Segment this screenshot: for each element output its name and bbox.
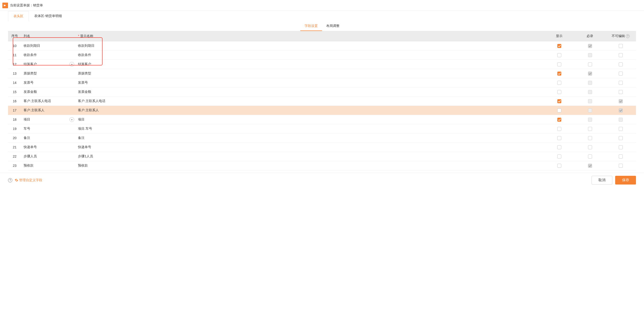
cell-display[interactable]: 备注 — [76, 134, 544, 143]
cell-name: 发票号 — [21, 78, 76, 88]
cell-name-text: 票据类型 — [24, 71, 73, 76]
cell-show — [544, 115, 574, 124]
checkbox-readonly[interactable] — [619, 154, 623, 158]
cell-display[interactable]: 预收款 — [76, 161, 544, 170]
cell-readonly — [605, 115, 636, 124]
checkbox-required — [588, 164, 592, 168]
cell-display[interactable]: 项目 — [76, 115, 544, 124]
checkbox-show[interactable] — [557, 145, 561, 149]
checkbox-show[interactable] — [557, 99, 561, 103]
cell-required — [574, 152, 605, 161]
col-header-seq: 序号 — [8, 31, 21, 41]
checkbox-readonly[interactable] — [619, 81, 623, 85]
checkbox-required[interactable] — [588, 136, 592, 140]
checkbox-readonly[interactable] — [619, 164, 623, 168]
header-bar: 当前设置单据：销货单 — [0, 0, 644, 11]
cell-display[interactable]: 发票号 — [76, 78, 544, 88]
checkbox-show[interactable] — [557, 136, 561, 140]
header-label: 当前设置单据：销货单 — [10, 3, 43, 8]
checkbox-readonly[interactable] — [619, 44, 623, 48]
help-icon[interactable]: ? — [626, 34, 630, 38]
cell-show — [544, 78, 574, 88]
checkbox-readonly[interactable] — [619, 145, 623, 149]
cell-display[interactable]: 结算客户 — [76, 60, 544, 69]
cell-show — [544, 143, 574, 152]
checkbox-show[interactable] — [557, 108, 561, 112]
col-header-name: 列名 — [21, 31, 76, 41]
checkbox-show[interactable] — [557, 53, 561, 57]
table-row: 17客户.主联系人客户.主联系人 — [8, 106, 636, 115]
cell-readonly — [605, 143, 636, 152]
checkbox-required — [588, 72, 592, 76]
cell-name: 票据类型 — [21, 69, 76, 78]
sub-tab-0[interactable]: 字段设置 — [300, 21, 322, 31]
cell-display[interactable]: 票据类型 — [76, 69, 544, 78]
sub-tab-1[interactable]: 布局调整 — [322, 21, 344, 31]
table-row: 13票据类型票据类型 — [8, 69, 636, 78]
sub-tabs: 字段设置布局调整 — [8, 21, 636, 31]
add-subfield-button[interactable]: + — [70, 62, 74, 66]
table-row: 23预收款预收款 — [8, 161, 636, 170]
cell-required — [574, 143, 605, 152]
table-row: 12结算客户+结算客户 — [8, 60, 636, 69]
save-button[interactable]: 保存 — [615, 176, 636, 184]
checkbox-readonly — [619, 118, 623, 122]
checkbox-show[interactable] — [557, 164, 561, 168]
checkbox-show[interactable] — [557, 44, 561, 48]
checkbox-readonly[interactable] — [619, 90, 623, 94]
checkbox-required[interactable] — [588, 62, 592, 66]
checkbox-required — [588, 44, 592, 48]
cell-readonly — [605, 78, 636, 88]
cell-seq: 18 — [8, 115, 21, 124]
cell-display[interactable]: 客户.主联系人 — [76, 106, 544, 115]
add-subfield-button[interactable]: + — [70, 117, 74, 122]
expand-icon[interactable] — [2, 2, 8, 8]
cell-readonly — [605, 41, 636, 50]
checkbox-show[interactable] — [557, 62, 561, 66]
cell-required — [574, 60, 605, 69]
tab-top-1[interactable]: 表体区-销货单明细 — [29, 11, 67, 21]
cell-display[interactable]: 快递单号 — [76, 143, 544, 152]
checkbox-show[interactable] — [557, 81, 561, 85]
col-header-readonly: 不可编辑? — [605, 31, 636, 41]
table-row: 16客户.主联系人电话客户.主联系人电话 — [8, 97, 636, 106]
tab-top-0[interactable]: 表头区 — [8, 11, 29, 21]
cell-show — [544, 134, 574, 143]
col-header-display-text: 显示名称 — [80, 34, 93, 38]
cell-display[interactable]: 发票金额 — [76, 88, 544, 97]
cancel-button[interactable]: 取消 — [592, 176, 612, 184]
col-header-show: 显示 — [544, 31, 574, 41]
checkbox-show[interactable] — [557, 90, 561, 94]
cell-name-text: 备注 — [24, 136, 73, 140]
cell-seq: 19 — [8, 124, 21, 134]
checkbox-readonly[interactable] — [619, 53, 623, 57]
cell-display[interactable]: 收款条件 — [76, 50, 544, 60]
checkbox-show[interactable] — [557, 118, 561, 122]
cell-name: 客户.主联系人电话 — [21, 97, 76, 106]
checkbox-required — [588, 99, 592, 103]
checkbox-readonly[interactable] — [619, 72, 623, 76]
cell-seq: 13 — [8, 69, 21, 78]
checkbox-show[interactable] — [557, 72, 561, 76]
checkbox-required[interactable] — [588, 145, 592, 149]
cell-display[interactable]: 步骤1人员 — [76, 152, 544, 161]
cell-display[interactable]: 客户.主联系人电话 — [76, 97, 544, 106]
checkbox-show[interactable] — [557, 154, 561, 158]
checkbox-readonly[interactable] — [619, 62, 623, 66]
manage-custom-fields-link[interactable]: 管理自定义字段 — [15, 178, 42, 182]
cell-display[interactable]: 收款到期日 — [76, 41, 544, 50]
required-star: * — [78, 34, 79, 38]
checkbox-required[interactable] — [588, 154, 592, 158]
checkbox-readonly[interactable] — [619, 127, 623, 131]
cell-readonly — [605, 152, 636, 161]
cell-name-text: 收款条件 — [24, 53, 73, 57]
checkbox-required[interactable] — [588, 127, 592, 131]
cell-display[interactable]: 项目.车号 — [76, 124, 544, 134]
checkbox-readonly[interactable] — [619, 136, 623, 140]
cell-name: 预收款 — [21, 161, 76, 170]
cell-name-text: 客户.主联系人 — [24, 108, 73, 112]
cell-required — [574, 41, 605, 50]
checkbox-show[interactable] — [557, 127, 561, 131]
cell-seq: 10 — [8, 41, 21, 50]
footer-help-icon[interactable]: ? — [8, 178, 12, 182]
